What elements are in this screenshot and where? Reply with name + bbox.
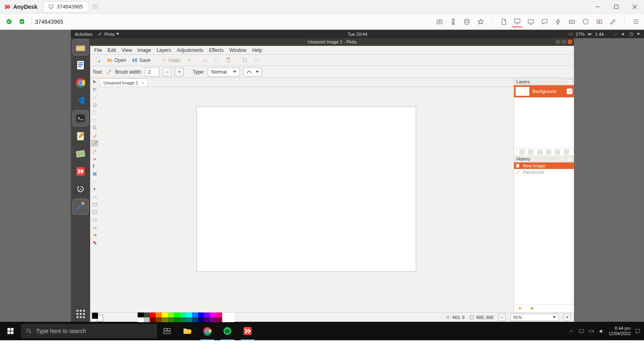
zoom-out-button[interactable]: − [498, 314, 506, 321]
tool-shapes[interactable] [91, 232, 98, 238]
close-button[interactable] [625, 0, 644, 14]
tool-pan[interactable] [91, 239, 98, 246]
tool-colorpicker[interactable] [91, 163, 98, 169]
menu-window[interactable]: Window [229, 47, 247, 53]
stroke-style-select[interactable] [243, 68, 262, 76]
layers-panel-header[interactable]: Layers– [514, 78, 574, 85]
dock-texteditor[interactable] [72, 128, 89, 144]
stack-icon[interactable] [461, 16, 473, 27]
tool-eraser[interactable] [91, 155, 98, 162]
display-icon[interactable] [512, 16, 523, 27]
brush-type-select[interactable]: Normal [208, 68, 240, 76]
tool-paintbrush[interactable] [91, 140, 98, 146]
minimize-panel-icon[interactable]: – [567, 156, 572, 161]
tray-clock[interactable]: 8:44 pm 12/04/2022 [609, 326, 631, 336]
tool-text[interactable]: T [91, 186, 98, 192]
pinta-minimize-icon[interactable] [555, 39, 560, 44]
tool-wand[interactable] [91, 94, 98, 101]
tool-pencil[interactable] [91, 148, 98, 154]
palette-swatch[interactable] [156, 313, 162, 317]
canvas[interactable] [196, 107, 416, 272]
tray-chevron-up-icon[interactable] [568, 328, 574, 334]
new-tab-button[interactable] [89, 1, 101, 12]
monitor-icon[interactable] [525, 16, 537, 27]
palette-swatch[interactable] [180, 313, 186, 317]
tool-freeform[interactable] [91, 224, 98, 230]
dock-updater[interactable]: A [72, 181, 89, 197]
record-icon[interactable] [594, 16, 605, 27]
palette-swatch[interactable] [210, 317, 216, 322]
paste-button[interactable] [224, 57, 233, 64]
add-layer-icon[interactable] [520, 150, 524, 154]
palette-swatch[interactable] [198, 317, 204, 322]
app-menu[interactable]: Pinta [98, 32, 119, 37]
palette-swatch[interactable] [186, 317, 192, 322]
tool-rect-select[interactable] [91, 79, 98, 85]
tool-move[interactable] [91, 102, 98, 108]
palette-swatch[interactable] [204, 317, 210, 322]
layer-up-icon[interactable] [555, 150, 560, 154]
taskbar-chrome[interactable] [197, 322, 217, 340]
open-button[interactable]: Open [105, 57, 128, 64]
palette-swatch[interactable] [204, 313, 210, 317]
chat-icon[interactable] [539, 16, 550, 27]
tool-gradient[interactable] [91, 125, 98, 131]
taskbar-search[interactable]: Type here to search [21, 324, 157, 338]
palette-swatch[interactable] [192, 317, 198, 322]
document-tab[interactable]: Unsaved Image 1 × [100, 78, 148, 86]
start-button[interactable] [0, 322, 21, 340]
palette-swatch[interactable] [162, 313, 168, 317]
hourglass-icon[interactable] [448, 16, 459, 27]
palette-swatch[interactable] [210, 313, 216, 317]
menu-file[interactable]: File [94, 47, 102, 53]
volume-icon[interactable] [621, 31, 626, 37]
tool-lasso[interactable] [91, 86, 98, 93]
menu-image[interactable]: Image [138, 47, 151, 53]
tray-volume-icon[interactable] [599, 328, 605, 334]
tool-recolor[interactable] [91, 178, 98, 185]
history-panel-header[interactable]: History– [514, 155, 574, 162]
palette-swatch[interactable] [150, 317, 156, 322]
palette-swatch[interactable] [228, 313, 234, 317]
menu-effects[interactable]: Effects [209, 47, 223, 53]
canvas-viewport[interactable] [99, 87, 514, 312]
document-tab-close-icon[interactable]: × [141, 80, 144, 85]
fg-color-icon[interactable] [92, 313, 98, 319]
dock-apps-grid[interactable] [72, 306, 89, 322]
new-button[interactable] [93, 57, 103, 64]
tool-clone[interactable] [91, 171, 98, 177]
tool-bucket[interactable] [91, 132, 98, 139]
tray-battery-icon[interactable] [588, 328, 594, 334]
undo-icon[interactable] [517, 306, 524, 311]
dock-imageviewer[interactable] [72, 146, 89, 162]
save-button[interactable]: Save [130, 57, 152, 64]
dock-files[interactable] [72, 39, 89, 56]
menu-help[interactable]: Help [252, 47, 262, 53]
dock-pinta[interactable] [72, 199, 89, 215]
tool-zoom[interactable] [91, 109, 98, 116]
menu-edit[interactable]: Edit [107, 47, 116, 53]
file-icon[interactable] [498, 16, 509, 27]
cut-button[interactable] [200, 57, 210, 64]
maximize-button[interactable] [607, 0, 625, 14]
minimize-panel-icon[interactable]: – [567, 79, 572, 84]
copy-button[interactable] [212, 57, 221, 64]
activities-button[interactable]: Activities [75, 32, 92, 37]
pinta-close-icon[interactable] [568, 39, 572, 44]
history-item[interactable]: Paintbrush [514, 169, 574, 175]
palette-swatch[interactable] [216, 317, 222, 322]
palette-swatch[interactable] [138, 317, 144, 322]
palette-swatch[interactable] [174, 313, 180, 317]
palette-swatch[interactable] [168, 317, 174, 322]
palette-swatch[interactable] [228, 317, 234, 322]
zoom-in-button[interactable]: + [564, 314, 571, 321]
task-view-button[interactable] [157, 322, 177, 340]
menu-adjustments[interactable]: Adjustments [177, 47, 203, 53]
palette-swatch[interactable] [222, 317, 228, 322]
star-icon[interactable] [475, 16, 486, 27]
panel-clock[interactable]: Tue 20:44 [347, 32, 367, 37]
layer-down-icon[interactable] [564, 150, 569, 154]
palette-swatch[interactable] [180, 317, 186, 322]
undo-button[interactable]: Undo [159, 57, 182, 64]
dock-libreoffice[interactable] [72, 57, 89, 73]
